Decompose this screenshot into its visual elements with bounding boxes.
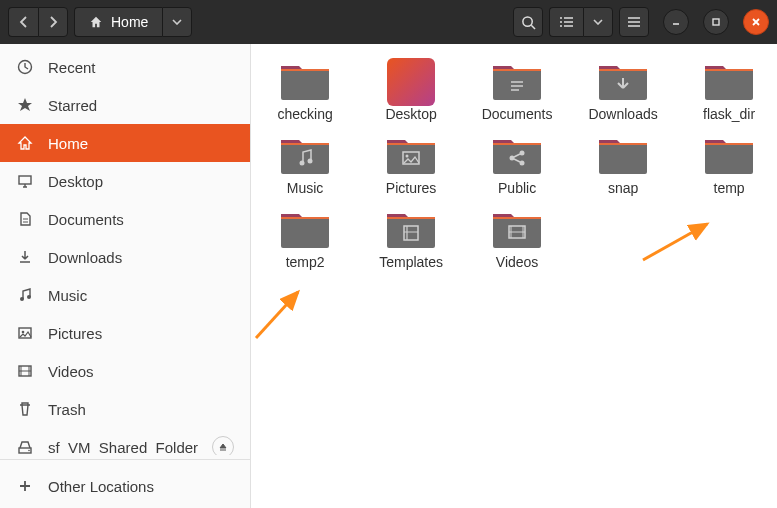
hamburger-icon [627,16,641,28]
folder-icon [595,56,651,104]
annotation-arrow-temp2 [250,284,308,344]
svg-point-7 [22,331,25,334]
file-label: Desktop [385,106,436,122]
file-item-templates[interactable]: Templates [363,204,459,270]
sidebar-item-label: Desktop [48,173,103,190]
file-item-temp2[interactable]: temp2 [257,204,353,270]
file-item-temp[interactable]: temp [681,130,777,196]
eject-button[interactable] [212,436,234,455]
file-item-documents[interactable]: Documents [469,56,565,122]
folder-icon [701,130,757,178]
file-item-snap[interactable]: snap [575,130,671,196]
list-icon [559,16,574,28]
sidebar-item-label: Videos [48,363,94,380]
maximize-button[interactable] [703,9,729,35]
file-label: Downloads [588,106,657,122]
file-item-downloads[interactable]: Downloads [575,56,671,122]
path-bar: Home [74,7,192,37]
hamburger-menu-button[interactable] [619,7,649,37]
sidebar-item-label: Downloads [48,249,122,266]
drive-icon [16,439,34,455]
file-item-videos[interactable]: Videos [469,204,565,270]
svg-rect-1 [713,19,719,25]
view-options-button[interactable] [583,7,613,37]
svg-point-22 [510,156,515,161]
file-label: Public [498,180,536,196]
file-label: checking [277,106,332,122]
sidebar-item-music[interactable]: Music [0,276,250,314]
sidebar-other-locations[interactable]: Other Locations [0,464,250,508]
annotation-arrow-temp [637,216,717,266]
documents-icon [16,211,34,227]
nav-group [8,7,68,37]
folder-icon [383,204,439,252]
sidebar-item-pictures[interactable]: Pictures [0,314,250,352]
path-dropdown-button[interactable] [162,7,192,37]
forward-button[interactable] [38,7,68,37]
plus-icon [16,479,34,493]
sidebar-item-documents[interactable]: Documents [0,200,250,238]
sidebar-item-videos[interactable]: Videos [0,352,250,390]
content-area: RecentStarredHomeDesktopDocumentsDownloa… [0,44,777,508]
sidebar-item-label: Documents [48,211,124,228]
folder-icon [489,56,545,104]
videos-icon [16,363,34,379]
folder-icon [277,204,333,252]
sidebar-item-trash[interactable]: Trash [0,390,250,428]
sidebar-item-desktop[interactable]: Desktop [0,162,250,200]
file-item-music[interactable]: Music [257,130,353,196]
svg-point-23 [520,151,525,156]
home-icon [16,135,34,151]
sidebar-item-label: Other Locations [48,478,154,495]
close-button[interactable] [743,9,769,35]
sidebar-item-label: Starred [48,97,97,114]
file-label: Documents [482,106,553,122]
svg-rect-27 [281,218,329,248]
path-home-button[interactable]: Home [74,7,162,37]
back-button[interactable] [8,7,38,37]
svg-point-17 [308,159,313,164]
search-button[interactable] [513,7,543,37]
svg-point-0 [522,16,531,25]
svg-point-24 [520,161,525,166]
file-label: temp2 [286,254,325,270]
sidebar-item-home[interactable]: Home [0,124,250,162]
file-label: snap [608,180,638,196]
file-item-desktop[interactable]: Desktop [363,56,459,122]
close-icon [751,17,761,27]
folder-icon [277,130,333,178]
svg-point-4 [20,297,24,301]
sidebar-item-label: Music [48,287,87,304]
desktop-icon [383,56,439,104]
trash-icon [16,401,34,417]
sidebar-item-sf-vm-shared-folder[interactable]: sf_VM_Shared_Folder [0,428,250,455]
sidebar-item-downloads[interactable]: Downloads [0,238,250,276]
file-item-public[interactable]: Public [469,130,565,196]
view-group [549,7,613,37]
file-label: Videos [496,254,539,270]
svg-rect-14 [705,70,753,100]
sidebar: RecentStarredHomeDesktopDocumentsDownloa… [0,44,251,508]
sidebar-item-starred[interactable]: Starred [0,86,250,124]
svg-rect-12 [493,70,541,100]
titlebar: Home [0,0,777,44]
folder-icon [277,56,333,104]
minimize-button[interactable] [663,9,689,35]
svg-point-16 [300,161,305,166]
file-item-checking[interactable]: checking [257,56,353,122]
folder-icon [489,204,545,252]
file-item-flask-dir[interactable]: flask_dir [681,56,777,122]
sidebar-item-recent[interactable]: Recent [0,48,250,86]
svg-rect-15 [281,144,329,174]
search-icon [521,15,536,30]
svg-rect-30 [493,218,541,248]
main-view[interactable]: checkingDesktopDocumentsDownloadsflask_d… [251,44,777,508]
sidebar-item-label: sf_VM_Shared_Folder [48,439,198,456]
chevron-down-icon [593,19,603,25]
music-icon [16,287,34,303]
svg-point-10 [28,450,30,452]
svg-rect-21 [493,144,541,174]
svg-rect-25 [599,144,647,174]
list-view-button[interactable] [549,7,583,37]
file-item-pictures[interactable]: Pictures [363,130,459,196]
